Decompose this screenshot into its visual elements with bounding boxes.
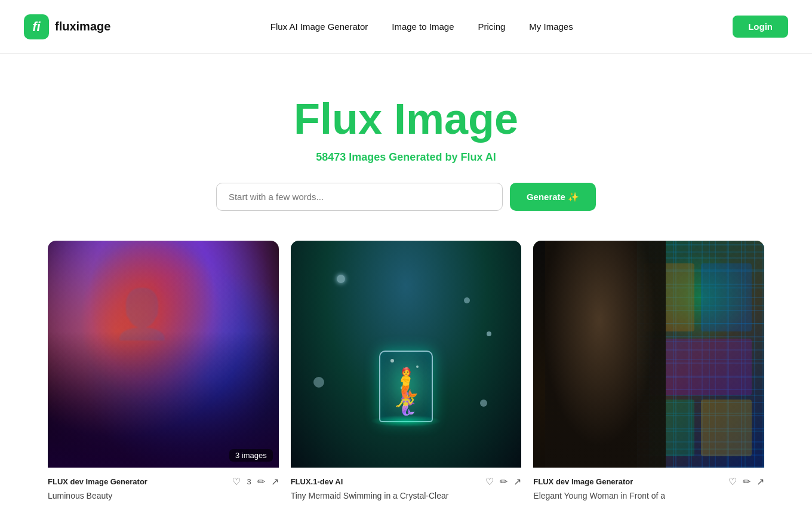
card-2-actions [485, 476, 521, 487]
card-2-image-wrap: 🧜‍♀️ [291, 241, 522, 468]
card-3-generator: FLUX dev Image Generator [533, 477, 633, 486]
card-1-image-wrap: 👤 3 images [48, 241, 279, 468]
card-1-footer: FLUX dev Image Generator 3 Luminous Beau… [48, 468, 279, 504]
bubble-4 [480, 400, 487, 407]
hero-subtitle: 58473 Images Generated by Flux AI [12, 151, 800, 164]
inner-bubble-1 [390, 359, 394, 363]
card-2-glow [370, 415, 442, 427]
card-2-meta: FLUX.1-dev AI [291, 476, 522, 487]
nav-links: Flux AI Image Generator Image to Image P… [270, 21, 573, 32]
card-1-image: 👤 [48, 241, 279, 468]
gallery-card-3: FLUX dev Image Generator Elegant Young W… [533, 241, 764, 504]
card-1-title: Luminous Beauty [48, 491, 279, 500]
mermaid-emoji: 🧜‍♀️ [392, 391, 419, 416]
inner-bubble-2 [416, 365, 419, 368]
card-1-badge: 3 images [229, 449, 273, 462]
logo-name: fluximage [55, 20, 110, 33]
card-1-actions: 3 [232, 476, 278, 487]
search-input[interactable] [216, 183, 503, 211]
card-1-like-count: 3 [247, 477, 251, 486]
card-2-share-icon[interactable] [513, 476, 521, 487]
hero-count: 58473 [316, 151, 346, 163]
login-button[interactable]: Login [733, 16, 788, 38]
card-2-image: 🧜‍♀️ [291, 241, 522, 468]
nav-flux-ai[interactable]: Flux AI Image Generator [270, 21, 368, 32]
card-3-meta: FLUX dev Image Generator [533, 476, 764, 487]
card-2-glass: 🧜‍♀️ [379, 351, 433, 422]
bubble-2 [464, 297, 470, 303]
logo-icon: fi [24, 14, 49, 39]
gallery-card-2: 🧜‍♀️ FLUX.1-dev AI Tiny Mermaid Swimming… [291, 241, 522, 504]
card-1-like-icon[interactable] [232, 476, 241, 487]
card-1-generator: FLUX dev Image Generator [48, 477, 147, 486]
card-3-footer: FLUX dev Image Generator Elegant Young W… [533, 468, 764, 504]
logo-link[interactable]: fi fluximage [24, 14, 110, 39]
inner-bubble-3 [401, 386, 404, 389]
nav-img2img[interactable]: Image to Image [392, 21, 454, 32]
hero-title: Flux Image [12, 96, 800, 143]
card-3-edit-icon[interactable] [743, 476, 751, 487]
card-1-share-icon[interactable] [271, 476, 279, 487]
card-2-glass-body: 🧜‍♀️ [379, 351, 433, 422]
gallery: 👤 3 images FLUX dev Image Generator 3 Lu… [0, 241, 812, 513]
card-3-image [533, 241, 764, 468]
card-2-generator: FLUX.1-dev AI [291, 477, 343, 486]
card-3-actions [728, 476, 764, 487]
search-row: Generate ✨ [12, 183, 800, 211]
nav-my-images[interactable]: My Images [529, 21, 573, 32]
card-3-title: Elegant Young Woman in Front of a [533, 491, 764, 500]
card-3-share-icon[interactable] [756, 476, 764, 487]
card-3-light [533, 241, 764, 468]
card-2-like-icon[interactable] [485, 476, 494, 487]
hero-section: Flux Image 58473 Images Generated by Flu… [0, 54, 812, 241]
card-2-title: Tiny Mermaid Swimming in a Crystal-Clear [291, 491, 522, 500]
card-1-meta: FLUX dev Image Generator 3 [48, 476, 279, 487]
generate-button[interactable]: Generate ✨ [510, 183, 596, 211]
card-3-image-wrap [533, 241, 764, 468]
card-1-person-icon: 👤 [112, 286, 172, 342]
card-3-like-icon[interactable] [728, 476, 737, 487]
card-2-edit-icon[interactable] [500, 476, 508, 487]
nav-pricing[interactable]: Pricing [478, 21, 505, 32]
gallery-card-1: 👤 3 images FLUX dev Image Generator 3 Lu… [48, 241, 279, 504]
card-1-edit-icon[interactable] [257, 476, 265, 487]
card-1-overlay [48, 241, 279, 468]
card-2-footer: FLUX.1-dev AI Tiny Mermaid Swimming in a… [291, 468, 522, 504]
navbar: fi fluximage Flux AI Image Generator Ima… [0, 0, 812, 54]
